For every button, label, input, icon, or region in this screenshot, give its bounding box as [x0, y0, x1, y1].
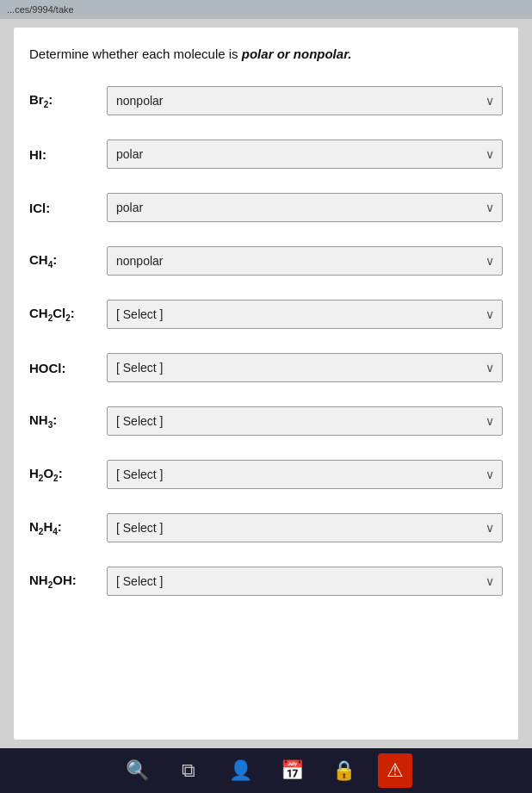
- molecule-list: Br2:nonpolarpolar∨HI:polarnonpolar∨ICl:p…: [29, 82, 503, 600]
- top-bar: ...ces/9994/take: [0, 0, 532, 19]
- select-hi[interactable]: polarnonpolar: [107, 139, 503, 169]
- instructions: Determine whether each molecule is polar…: [29, 45, 503, 63]
- taskbar-calendar[interactable]: 📅: [275, 753, 309, 788]
- question-row-icl: ICl:polarnonpolar∨: [29, 189, 503, 226]
- question-row-n2h4: N2H4:[ Select ]polarnonpolar∨: [29, 509, 503, 547]
- url-text: ...ces/9994/take: [7, 4, 74, 15]
- question-row-hi: HI:polarnonpolar∨: [29, 135, 503, 173]
- question-row-ch4: CH4:nonpolarpolar∨: [29, 242, 503, 280]
- question-row-nh2oh: NH2OH:[ Select ]polarnonpolar∨: [29, 562, 503, 600]
- molecule-label-hi: HI:: [29, 147, 107, 162]
- select-br2[interactable]: nonpolarpolar: [107, 86, 503, 115]
- select-wrapper-ch4: nonpolarpolar∨: [107, 246, 503, 276]
- select-n2h4[interactable]: [ Select ]polarnonpolar: [107, 513, 503, 542]
- molecule-label-nh3: NH3:: [29, 412, 107, 430]
- copy-icon: ⧉: [182, 759, 195, 782]
- taskbar: 🔍 ⧉ 👤 📅 🔒 ⚠: [0, 748, 532, 793]
- select-wrapper-nh2oh: [ Select ]polarnonpolar∨: [107, 567, 503, 596]
- molecule-label-icl: ICl:: [29, 201, 107, 215]
- molecule-label-h2o2: H2O2:: [29, 466, 107, 483]
- molecule-label-br2: Br2:: [29, 92, 107, 109]
- molecule-label-n2h4: N2H4:: [29, 519, 107, 536]
- select-hocl[interactable]: [ Select ]polarnonpolar: [107, 353, 503, 382]
- taskbar-lock[interactable]: 🔒: [326, 753, 361, 788]
- select-ch2cl2[interactable]: [ Select ]polarnonpolar: [107, 300, 503, 329]
- select-wrapper-h2o2: [ Select ]polarnonpolar∨: [107, 460, 503, 489]
- select-wrapper-nh3: [ Select ]polarnonpolar∨: [107, 406, 503, 436]
- person-icon: 👤: [229, 759, 252, 782]
- select-wrapper-ch2cl2: [ Select ]polarnonpolar∨: [107, 300, 503, 329]
- taskbar-person[interactable]: 👤: [223, 753, 257, 788]
- question-row-br2: Br2:nonpolarpolar∨: [29, 82, 503, 120]
- select-h2o2[interactable]: [ Select ]polarnonpolar: [107, 460, 503, 489]
- taskbar-copy[interactable]: ⧉: [171, 753, 206, 788]
- question-row-nh3: NH3:[ Select ]polarnonpolar∨: [29, 402, 503, 440]
- calendar-icon: 📅: [281, 759, 304, 782]
- question-row-ch2cl2: CH2Cl2:[ Select ]polarnonpolar∨: [29, 295, 503, 333]
- select-wrapper-icl: polarnonpolar∨: [107, 193, 503, 222]
- molecule-label-hocl: HOCl:: [29, 361, 107, 375]
- molecule-label-nh2oh: NH2OH:: [29, 573, 107, 590]
- question-row-hocl: HOCl:[ Select ]polarnonpolar∨: [29, 349, 503, 387]
- select-nh2oh[interactable]: [ Select ]polarnonpolar: [107, 567, 503, 596]
- taskbar-search[interactable]: 🔍: [120, 753, 154, 788]
- select-wrapper-hocl: [ Select ]polarnonpolar∨: [107, 353, 503, 382]
- alert-icon: ⚠: [387, 759, 404, 782]
- select-wrapper-br2: nonpolarpolar∨: [107, 86, 503, 115]
- lock-icon: 🔒: [332, 759, 356, 782]
- main-content: Determine whether each molecule is polar…: [14, 28, 518, 740]
- taskbar-alert[interactable]: ⚠: [378, 753, 412, 788]
- select-icl[interactable]: polarnonpolar: [107, 193, 503, 222]
- select-wrapper-n2h4: [ Select ]polarnonpolar∨: [107, 513, 503, 542]
- select-wrapper-hi: polarnonpolar∨: [107, 139, 503, 169]
- select-ch4[interactable]: nonpolarpolar: [107, 246, 503, 276]
- molecule-label-ch2cl2: CH2Cl2:: [29, 306, 107, 323]
- select-nh3[interactable]: [ Select ]polarnonpolar: [107, 406, 503, 436]
- search-icon: 🔍: [126, 759, 149, 782]
- question-row-h2o2: H2O2:[ Select ]polarnonpolar∨: [29, 455, 503, 493]
- molecule-label-ch4: CH4:: [29, 252, 107, 269]
